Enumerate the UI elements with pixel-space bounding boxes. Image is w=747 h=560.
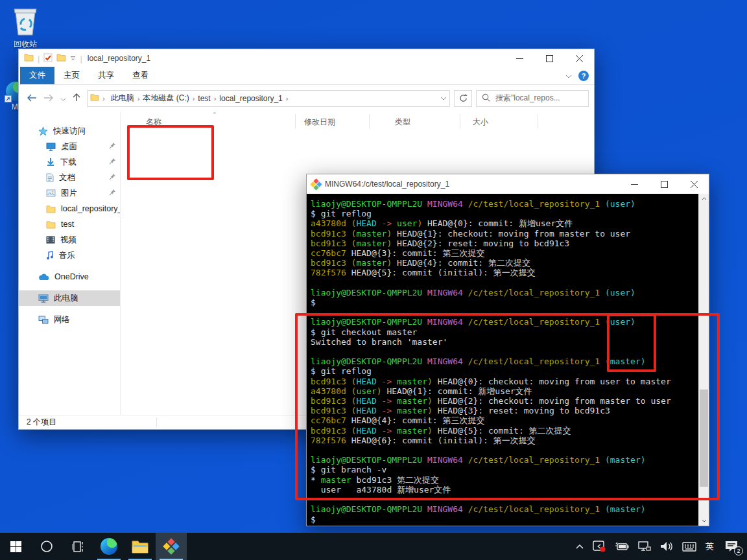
terminal-titlebar[interactable]: MINGW64:/c/test/local_repository_1: [307, 174, 709, 194]
scroll-up-icon[interactable]: [699, 194, 709, 204]
sidebar-item-doc[interactable]: 文档: [19, 170, 120, 185]
explorer-close-button[interactable]: [564, 49, 594, 67]
file-explorer-taskbar-button[interactable]: [124, 533, 156, 560]
breadcrumb-item[interactable]: test: [195, 93, 213, 104]
cloud-icon: [38, 274, 49, 281]
search-input[interactable]: 搜索"local_repos...: [476, 90, 589, 107]
terminal-maximize-button[interactable]: [649, 174, 679, 194]
sidebar-item-star[interactable]: 快速访问: [19, 123, 120, 139]
explorer-titlebar[interactable]: | | local_repository_1: [19, 49, 594, 67]
breadcrumb-item[interactable]: 此电脑: [108, 91, 137, 105]
address-dropdown-icon[interactable]: [440, 94, 447, 103]
ribbon-tab-1[interactable]: 主页: [54, 67, 89, 84]
terminal-line: $: [311, 298, 698, 307]
column-separator[interactable]: [538, 114, 538, 128]
sidebar-item-label: 桌面: [61, 141, 77, 152]
sidebar-item-picture[interactable]: 图片: [19, 185, 120, 201]
cortana-icon: [40, 540, 53, 553]
terminal-line: liaojy@DESKTOP-QMPPL2U MINGW64 /c/test/l…: [311, 288, 698, 298]
terminal-line: bcd91c3 (master) HEAD@{1}: checkout: mov…: [311, 229, 698, 239]
ribbon-tab-2[interactable]: 共享: [89, 67, 123, 84]
git-bash-taskbar-button[interactable]: [156, 533, 187, 560]
customize-dropdown-icon[interactable]: [70, 54, 76, 63]
sidebar-item-film[interactable]: 视频: [19, 232, 120, 248]
properties-check-icon[interactable]: [43, 53, 53, 64]
expand-ribbon-chevron-icon[interactable]: [565, 70, 572, 82]
sidebar-item-folder[interactable]: local_repository_1: [19, 201, 120, 216]
up-button[interactable]: [73, 93, 80, 104]
action-center-button[interactable]: 2: [718, 533, 744, 560]
terminal-close-button[interactable]: [679, 174, 709, 194]
git-bash-icon: [163, 538, 179, 554]
breadcrumb-separator[interactable]: ›: [285, 95, 289, 102]
address-bar[interactable]: › 此电脑›本地磁盘 (C:)›test›local_repository_1›: [87, 90, 450, 107]
ime-language-indicator[interactable]: 英: [701, 533, 718, 560]
sidebar-item-download[interactable]: 下载: [19, 154, 120, 170]
sidebar-item-folder[interactable]: test: [19, 216, 120, 232]
terminal-line: [311, 278, 698, 288]
network-icon[interactable]: [634, 533, 656, 560]
ribbon-tab-0[interactable]: 文件: [20, 67, 54, 84]
sidebar-item-label: 视频: [60, 235, 77, 246]
terminal-minimize-button[interactable]: [619, 174, 649, 194]
sidebar-item-label: local_repository_1: [61, 204, 121, 213]
scroll-down-icon[interactable]: [699, 516, 709, 526]
tray-chevron-up-icon[interactable]: [571, 533, 588, 560]
sidebar-item-pc[interactable]: 此电脑: [19, 290, 120, 306]
sidebar-item-label: 网络: [54, 314, 70, 325]
search-icon: [482, 93, 490, 104]
address-toolbar: › 此电脑›本地磁盘 (C:)›test›local_repository_1›…: [19, 85, 594, 111]
breadcrumb: 此电脑›本地磁盘 (C:)›test›local_repository_1›: [108, 91, 289, 105]
statusbar-separator: [156, 417, 157, 427]
help-icon[interactable]: ?: [578, 71, 589, 81]
pin-icon: [109, 142, 116, 151]
sidebar-item-label: 音乐: [59, 250, 75, 261]
edge-icon: [101, 538, 117, 555]
explorer-maximize-button[interactable]: [534, 49, 564, 67]
sidebar-item-network[interactable]: 网络: [19, 312, 120, 327]
explorer-window-title: local_repository_1: [88, 54, 150, 63]
terminal-branch-highlight: [607, 314, 656, 372]
sidebar-item-desktop[interactable]: 桌面: [19, 139, 120, 154]
ribbon-tab-3[interactable]: 查看: [123, 67, 158, 84]
sidebar-item-label: 文档: [59, 172, 75, 183]
recycle-bin-glyph: [10, 5, 40, 38]
column-header-1[interactable]: 修改日期: [304, 117, 335, 128]
start-button[interactable]: [0, 533, 31, 560]
doc-icon: [46, 173, 54, 182]
edge-taskbar-button[interactable]: [93, 533, 124, 560]
sidebar-item-cloud[interactable]: OneDrive: [19, 269, 120, 285]
breadcrumb-item[interactable]: 本地磁盘 (C:): [140, 91, 191, 105]
terminal-line: 782f576 HEAD@{5}: commit (initial): 第一次提…: [311, 268, 698, 277]
screen-record-icon[interactable]: [588, 533, 610, 560]
refresh-button[interactable]: [454, 90, 472, 107]
column-separator[interactable]: [460, 114, 460, 128]
volume-icon[interactable]: [656, 533, 678, 560]
film-icon: [46, 236, 55, 244]
touch-keyboard-icon[interactable]: [678, 533, 701, 560]
column-header-2[interactable]: 类型: [395, 117, 410, 128]
battery-icon[interactable]: [610, 533, 634, 560]
breadcrumb-item[interactable]: local_repository_1: [217, 93, 285, 104]
column-separator[interactable]: [369, 114, 370, 128]
ribbon-tabs: 文件主页共享查看 ?: [19, 67, 594, 85]
sidebar-item-music[interactable]: 音乐: [19, 248, 120, 263]
taskbar: 英 2: [0, 533, 747, 560]
explorer-minimize-button[interactable]: [504, 49, 534, 67]
column-separator[interactable]: [295, 114, 296, 128]
search-placeholder: 搜索"local_repos...: [495, 93, 560, 104]
back-button[interactable]: [27, 93, 37, 104]
column-header-3[interactable]: 大小: [473, 117, 488, 128]
recent-locations-chevron-icon[interactable]: [60, 93, 66, 104]
cortana-button[interactable]: [31, 533, 62, 560]
recycle-bin-icon[interactable]: 回收站: [3, 5, 48, 50]
pin-icon: [109, 158, 116, 167]
notification-badge: 2: [734, 546, 743, 555]
forward-button[interactable]: [43, 93, 54, 104]
task-view-button[interactable]: [62, 533, 93, 560]
music-icon: [46, 251, 54, 260]
new-folder-icon[interactable]: [56, 53, 66, 64]
sort-ascending-icon: ⌃: [212, 111, 217, 118]
sidebar-item-label: 图片: [61, 188, 77, 199]
terminal-line: bcd91c3 (master) HEAD@{2}: reset: moving…: [311, 239, 698, 248]
